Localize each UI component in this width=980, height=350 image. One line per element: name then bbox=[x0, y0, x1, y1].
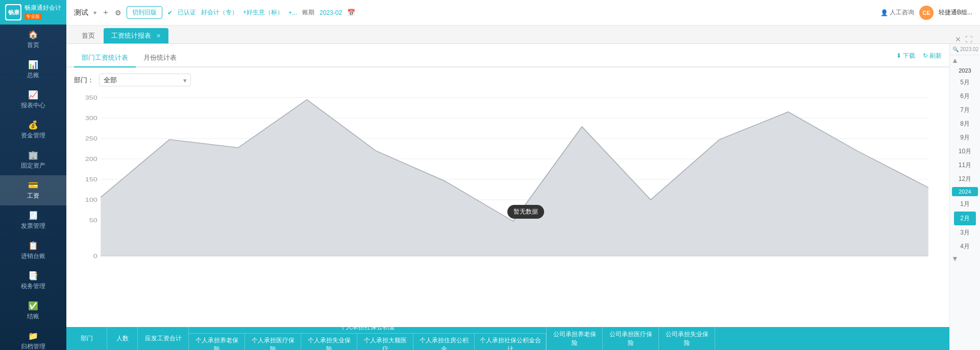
sidebar-item-funds[interactable]: 💰 资金管理 bbox=[0, 115, 66, 145]
department-filter-label: 部门： bbox=[74, 76, 94, 85]
year-2023: 2023 bbox=[950, 65, 980, 76]
col-personal-pension: 个人承担养老保险 bbox=[189, 334, 245, 351]
download-button[interactable]: ⬇ 下载 bbox=[896, 52, 915, 60]
sidebar-item-sales[interactable]: 📋 进销台账 bbox=[0, 236, 66, 266]
year-2024-badge: 2024 bbox=[952, 187, 978, 196]
filter-bar: 部门： 全部 销售部 财务部 人事部 技术部 bbox=[66, 67, 949, 92]
chart-svg: 350 300 250 200 150 100 50 0 bbox=[74, 92, 942, 276]
project-chevron-icon[interactable]: ▾ bbox=[93, 9, 96, 16]
assets-icon: 🏢 bbox=[28, 150, 38, 160]
col-company-unemployment: 公司承担失业保险 bbox=[659, 327, 715, 350]
col-salary-total: 应发工资合计 bbox=[138, 327, 189, 350]
month-2023-10[interactable]: 10月 bbox=[952, 145, 978, 158]
reports-icon: 📈 bbox=[28, 90, 38, 100]
svg-text:350: 350 bbox=[85, 95, 97, 101]
svg-text:100: 100 bbox=[85, 197, 97, 203]
month-2024-3[interactable]: 3月 bbox=[952, 226, 978, 240]
tab-salary-report[interactable]: 工资统计报表 ✕ bbox=[104, 28, 168, 43]
salary-icon: 💳 bbox=[28, 180, 38, 190]
archive-icon: 📁 bbox=[28, 331, 38, 341]
sub-tabbar: 部门工资统计表 月份统计表 ⬇ 下载 ↻ 刷新 bbox=[66, 44, 949, 67]
date-nav-up[interactable]: ▲ bbox=[950, 55, 960, 65]
month-2023-8[interactable]: 8月 bbox=[952, 117, 978, 131]
department-select[interactable]: 全部 销售部 财务部 人事部 技术部 bbox=[99, 74, 191, 86]
help-icon: 👤 bbox=[880, 9, 888, 16]
sidebar-item-archive[interactable]: 📁 归档管理 bbox=[0, 326, 66, 350]
add-button[interactable]: ＋ bbox=[102, 7, 110, 18]
sidebar-item-invoice[interactable]: 🧾 发票管理 bbox=[0, 205, 66, 236]
inner-content: 部门工资统计表 月份统计表 ⬇ 下载 ↻ 刷新 bbox=[66, 44, 949, 350]
chart-area: 350 300 250 200 150 100 50 0 bbox=[66, 92, 949, 327]
month-2023-11[interactable]: 11月 bbox=[952, 158, 978, 172]
sidebar: 畅康 畅康通好会计 专业版 🏠 首页 📊 总账 📈 报表中心 💰 资金管理 🏢 … bbox=[0, 0, 66, 350]
switch-to-old-button[interactable]: 切到旧版 bbox=[127, 6, 162, 19]
department-select-wrap: 全部 销售部 财务部 人事部 技术部 bbox=[99, 74, 191, 86]
settings-gear-icon[interactable]: ⚙ bbox=[115, 9, 121, 17]
sidebar-item-reports[interactable]: 📈 报表中心 bbox=[0, 85, 66, 115]
month-2023-7[interactable]: 7月 bbox=[952, 103, 978, 117]
col-personal-total: 个人承担社保公积金合计 bbox=[475, 334, 546, 351]
month-2023-9[interactable]: 9月 bbox=[952, 131, 978, 145]
group-header-personal: 个人承担社保公积金 bbox=[189, 327, 546, 334]
home-icon: 🏠 bbox=[28, 30, 38, 39]
table-header-row: 部门 人数 应发工资合计 个人承担社保公积金 个人承担养老保险 bbox=[66, 327, 949, 350]
sidebar-item-salary[interactable]: 💳 工资 bbox=[0, 175, 66, 205]
username: 轻捷通B组... bbox=[939, 8, 972, 17]
month-2024-4[interactable]: 4月 bbox=[952, 240, 978, 253]
month-2023-6[interactable]: 6月 bbox=[952, 89, 978, 103]
sidebar-item-tax[interactable]: 📑 税务管理 bbox=[0, 266, 66, 296]
avatar: CE bbox=[919, 6, 934, 20]
search-icon: 🔍 bbox=[952, 46, 959, 52]
sub-tab-actions: ⬇ 下载 ↻ 刷新 bbox=[896, 52, 942, 64]
date-search[interactable]: 🔍 2023.02 bbox=[950, 44, 980, 55]
col-personal-housing: 个人承担住房公积金 bbox=[413, 334, 475, 351]
haoshengyi-badge: +好生意（标） bbox=[243, 8, 283, 17]
sidebar-item-home[interactable]: 🏠 首页 bbox=[0, 25, 66, 55]
svg-text:0: 0 bbox=[93, 253, 97, 260]
tab-close-icon[interactable]: ✕ bbox=[156, 33, 161, 39]
month-2024-1[interactable]: 1月 bbox=[952, 197, 978, 211]
date-nav-down[interactable]: ▼ bbox=[950, 253, 960, 264]
svg-text:150: 150 bbox=[85, 176, 97, 183]
content-area: 部门工资统计表 月份统计表 ⬇ 下载 ↻ 刷新 bbox=[66, 44, 980, 350]
invoice-icon: 🧾 bbox=[28, 211, 38, 220]
svg-text:畅康: 畅康 bbox=[8, 9, 20, 15]
svg-text:50: 50 bbox=[89, 217, 97, 224]
window-expand-button[interactable]: ⛶ bbox=[965, 35, 972, 43]
logo-icon: 畅康 bbox=[5, 4, 21, 20]
col-personal-medical: 个人承担医疗保险 bbox=[245, 334, 301, 351]
month-2024-2[interactable]: 2月 bbox=[954, 212, 976, 225]
main-area: 测试 ▾ ＋ ⚙ 切到旧版 ✔ 已认证 好会计（专） +好生意（标） +... … bbox=[66, 0, 980, 350]
more-badge: +... bbox=[288, 9, 297, 16]
svg-text:200: 200 bbox=[85, 156, 97, 162]
sidebar-item-assets[interactable]: 🏢 固定资产 bbox=[0, 145, 66, 175]
close-books-icon: ✅ bbox=[28, 301, 38, 311]
sidebar-item-ledger[interactable]: 📊 总账 bbox=[0, 55, 66, 85]
col-people: 人数 bbox=[107, 327, 138, 350]
help-button[interactable]: 👤 人工咨询 bbox=[880, 8, 914, 17]
verified-icon: ✔ bbox=[167, 9, 173, 16]
tax-icon: 📑 bbox=[28, 271, 38, 281]
tab-home[interactable]: 首页 bbox=[74, 28, 103, 43]
tabbar: 首页 工资统计报表 ✕ ✕ ⛶ bbox=[66, 26, 980, 44]
refresh-icon: ↻ bbox=[923, 52, 928, 59]
window-close-button[interactable]: ✕ bbox=[955, 35, 961, 43]
month-2023-5[interactable]: 5月 bbox=[952, 76, 978, 89]
haokuai-badge: 好会计（专） bbox=[201, 8, 238, 17]
date-panel: 🔍 2023.02 ▲ 2023 5月 6月 7月 8月 9月 10月 11月 … bbox=[949, 44, 980, 350]
col-company-medical: 公司承担医疗保险 bbox=[603, 327, 659, 350]
month-2023-12[interactable]: 12月 bbox=[952, 172, 978, 186]
col-company-pension: 公司承担养老保险 bbox=[547, 327, 603, 350]
sales-icon: 📋 bbox=[28, 241, 38, 250]
calendar-icon[interactable]: 📅 bbox=[347, 9, 355, 16]
sub-tab-department[interactable]: 部门工资统计表 bbox=[74, 49, 136, 67]
project-title: 测试 bbox=[74, 8, 88, 17]
refresh-button[interactable]: ↻ 刷新 bbox=[923, 52, 942, 60]
funds-icon: 💰 bbox=[28, 120, 38, 130]
svg-text:250: 250 bbox=[85, 135, 97, 142]
verified-badge: 已认证 bbox=[178, 8, 196, 17]
logo-text: 畅康通好会计 专业版 bbox=[24, 4, 61, 20]
period-value: 2023-02 bbox=[320, 9, 342, 16]
sidebar-item-close[interactable]: ✅ 结账 bbox=[0, 296, 66, 326]
sub-tab-monthly[interactable]: 月份统计表 bbox=[136, 49, 184, 67]
